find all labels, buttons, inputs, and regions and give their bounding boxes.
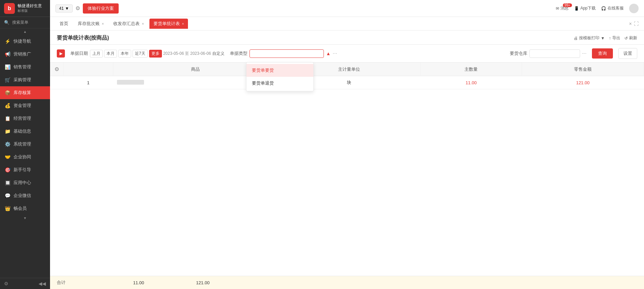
finance-icon: 💰 (4, 103, 11, 108)
sidebar-search[interactable]: 🔍 搜索菜单 (0, 17, 50, 28)
row-quantity: 11.00 (421, 76, 522, 89)
refresh-label: 刷新 (629, 35, 637, 41)
main-area: 41 ▼ ⚙ 体验行业方案 ✉ 消息 99+ 📱 App下载 🎧 在线客服 (50, 0, 644, 289)
store-selector[interactable]: 41 ▼ (55, 4, 73, 13)
refresh-icon: ↺ (624, 36, 628, 41)
sidebar-item-app-center[interactable]: 🔲 应用中心 (0, 176, 50, 189)
sidebar-item-label: 基础信息 (14, 128, 31, 134)
table-row: 1 块 11.00 121.00 (50, 76, 644, 89)
sidebar-item-label: 应用中心 (14, 180, 31, 186)
tab-close-all[interactable]: × (629, 21, 632, 26)
tab-order-summary-close[interactable]: × (182, 22, 184, 26)
type-filter-group: 单据类型 ▲ ··· (230, 49, 337, 58)
refresh-button[interactable]: ↺ 刷新 (624, 35, 637, 41)
sidebar-item-operations[interactable]: 📋 经营管理 (0, 112, 50, 125)
query-button[interactable]: 查询 (592, 48, 613, 59)
col-settings[interactable]: ⚙ (50, 63, 64, 76)
type-filter-input[interactable] (249, 49, 324, 58)
sidebar-scroll-down[interactable]: ▼ (0, 215, 50, 221)
sidebar-scroll-up[interactable]: ▲ (0, 28, 50, 35)
sidebar-item-enterprise[interactable]: 🤝 企业协同 (0, 151, 50, 163)
filter-expand-button[interactable]: ▶ (57, 49, 65, 58)
warehouse-filter-input[interactable] (529, 49, 580, 58)
logo-name: 畅捷通好生意 (18, 3, 42, 9)
tab-receivable-summary-close[interactable]: × (142, 22, 144, 26)
table-wrap: ⚙ 商品 主计量单位 主数量 零售金额 1 (50, 63, 644, 276)
sidebar-item-wechat[interactable]: 💬 企业微信 (0, 189, 50, 202)
date-more[interactable]: 更多 (149, 50, 162, 58)
print-dropdown-icon: ▼ (601, 36, 605, 41)
sidebar: b 畅捷通好生意 标准版 🔍 搜索菜单 ▲ ⚡ 快捷导航 📢 营销推广 📊 销售… (0, 0, 50, 289)
header-actions: 🖨 按模板打印 ▼ ↑ 导出 ↺ 刷新 (574, 35, 637, 41)
dropdown-item-order-return[interactable]: 要货单退货 (246, 77, 313, 90)
service-icon: 🎧 (601, 6, 606, 11)
sidebar-item-basic-info[interactable]: 📁 基础信息 (0, 125, 50, 138)
topbar-left: 41 ▼ ⚙ 体验行业方案 (55, 3, 556, 14)
sidebar-item-quick-nav[interactable]: ⚡ 快捷导航 (0, 35, 50, 48)
purchase-icon: 🛒 (4, 77, 11, 83)
sidebar-item-system[interactable]: ⚙️ 系统管理 (0, 138, 50, 151)
warehouse-filter-group: 要货仓库 ··· (510, 49, 587, 58)
tab-home-label: 首页 (59, 21, 68, 27)
message-icon: ✉ (556, 6, 559, 11)
logo-icon: b (4, 3, 15, 14)
content-area: 要货单统计表(按商品) 🖨 按模板打印 ▼ ↑ 导出 ↺ 刷新 ▶ (50, 30, 644, 289)
vip-icon: 👑 (4, 206, 11, 211)
sidebar-item-marketing[interactable]: 📢 营销推广 (0, 48, 50, 61)
type-more-icon[interactable]: ··· (333, 50, 337, 57)
search-icon: 🔍 (4, 20, 9, 25)
date-this-year[interactable]: 本年 (118, 50, 131, 58)
store-dropdown-icon: ▼ (65, 6, 69, 11)
warehouse-more-icon[interactable]: ··· (582, 50, 587, 57)
tab-expand-icon[interactable]: ⛶ (634, 21, 639, 26)
marketing-icon: 📢 (4, 51, 11, 57)
table-footer: 合计 11.00 121.00 (50, 276, 644, 289)
sidebar-item-purchase[interactable]: 🛒 采购管理 (0, 73, 50, 86)
tab-order-summary[interactable]: 要货单统计表 × (149, 19, 188, 29)
table-settings-icon[interactable]: ⚙ (54, 66, 59, 72)
message-button[interactable]: ✉ 消息 99+ (556, 5, 569, 11)
date-this-month[interactable]: 本月 (104, 50, 117, 58)
col-amount: 零售金额 (522, 63, 644, 76)
sidebar-item-inventory[interactable]: 📦 库存核算 (0, 86, 50, 99)
print-button[interactable]: 🖨 按模板打印 ▼ (574, 35, 605, 41)
tab-inventory-batch[interactable]: 库存批次账 × (74, 19, 108, 29)
tab-receivable-summary[interactable]: 收发存汇总表 × (109, 19, 148, 29)
user-avatar[interactable] (629, 4, 639, 13)
settings-button[interactable]: 设置 (618, 48, 637, 59)
sidebar-item-sales[interactable]: 📊 销售管理 (0, 61, 50, 73)
logo-sub: 标准版 (18, 8, 42, 13)
sidebar-item-label: 采购管理 (14, 77, 31, 83)
type-dropdown-arrow[interactable]: ▲ (326, 51, 331, 56)
footer-settings-icon[interactable]: ⚙ (4, 281, 8, 286)
sidebar-item-vip[interactable]: 👑 畅会员 (0, 202, 50, 215)
date-last-month[interactable]: 上月 (90, 50, 103, 58)
sidebar-logo: b 畅捷通好生意 标准版 (0, 0, 50, 17)
sidebar-item-label: 营销推广 (14, 51, 31, 57)
footer-amount: 121.00 (186, 280, 220, 285)
date-custom[interactable]: 自定义 (212, 51, 224, 57)
warehouse-filter-label: 要货仓库 (510, 50, 527, 57)
tab-inventory-batch-close[interactable]: × (102, 22, 104, 26)
filter-bar: ▶ 单据日期 上月 本月 本年 近7天 更多 2023-05-06 至 2023… (50, 45, 644, 63)
sidebar-item-finance[interactable]: 💰 资金管理 (0, 99, 50, 112)
date-filter-group: 单据日期 上月 本月 本年 近7天 更多 2023-05-06 至 2023-0… (70, 50, 224, 58)
export-icon: ↑ (609, 36, 611, 41)
date-last-7[interactable]: 近7天 (133, 50, 148, 58)
tab-home[interactable]: 首页 (55, 19, 72, 29)
export-button[interactable]: ↑ 导出 (609, 35, 620, 41)
sidebar-nav: ▲ ⚡ 快捷导航 📢 营销推广 📊 销售管理 🛒 采购管理 📦 库存核算 💰 资… (0, 28, 50, 278)
service-label: 在线客服 (607, 5, 624, 11)
operations-icon: 📋 (4, 116, 11, 121)
sidebar-item-guide[interactable]: 🎯 新手引导 (0, 163, 50, 176)
type-filter-label: 单据类型 (230, 50, 247, 57)
app-download-button[interactable]: 📱 App下载 (574, 5, 596, 11)
service-button[interactable]: 🎧 在线客服 (601, 5, 624, 11)
dropdown-item-order-goods[interactable]: 要货单要货 (246, 64, 313, 77)
industry-button[interactable]: 体验行业方案 (83, 3, 119, 14)
footer-collapse-icon[interactable]: ◀◀ (39, 281, 46, 286)
topbar-settings-icon[interactable]: ⚙ (75, 5, 80, 12)
sidebar-item-label: 畅会员 (14, 205, 27, 212)
date-filter-label: 单据日期 (70, 50, 88, 57)
sidebar-item-label: 系统管理 (14, 141, 31, 147)
